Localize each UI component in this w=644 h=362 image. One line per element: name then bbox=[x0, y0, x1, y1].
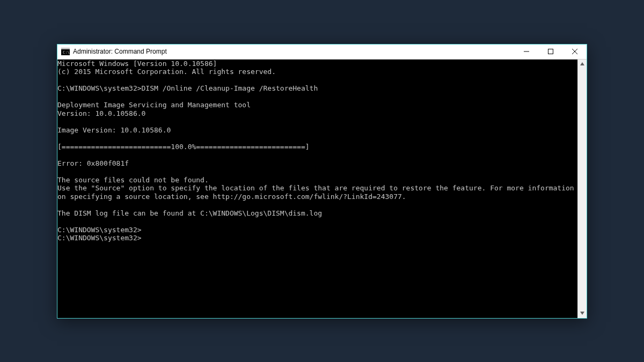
console-line bbox=[57, 117, 577, 126]
console-line: Error: 0x800f081f bbox=[57, 159, 577, 168]
command-prompt-window: C:\ Administrator: Command Prompt Micros… bbox=[57, 44, 587, 319]
console-line: Use the "Source" option to specify the l… bbox=[57, 184, 577, 201]
console-line: The DISM log file can be found at C:\WIN… bbox=[57, 209, 577, 218]
console-line: C:\WINDOWS\system32>DISM /Online /Cleanu… bbox=[57, 84, 577, 93]
vertical-scrollbar[interactable] bbox=[577, 60, 587, 318]
maximize-button[interactable] bbox=[538, 45, 562, 59]
titlebar[interactable]: C:\ Administrator: Command Prompt bbox=[57, 45, 587, 60]
console-line bbox=[57, 151, 577, 159]
svg-rect-1 bbox=[61, 48, 70, 49]
console-line bbox=[57, 201, 577, 209]
console-line: C:\WINDOWS\system32> bbox=[57, 234, 577, 242]
console-line bbox=[57, 217, 577, 226]
console-line bbox=[57, 76, 577, 85]
console-line: Image Version: 10.0.10586.0 bbox=[57, 126, 577, 135]
window-controls bbox=[514, 45, 587, 59]
svg-rect-5 bbox=[548, 49, 553, 54]
scroll-down-button[interactable] bbox=[578, 309, 587, 318]
console-output[interactable]: Microsoft Windows [Version 10.0.10586](c… bbox=[57, 60, 577, 318]
console-line bbox=[57, 93, 577, 101]
cmd-icon: C:\ bbox=[61, 48, 70, 55]
console-line bbox=[57, 167, 577, 176]
console-line: (c) 2015 Microsoft Corporation. All righ… bbox=[57, 68, 577, 76]
minimize-button[interactable] bbox=[514, 45, 538, 59]
console-line: Deployment Image Servicing and Managemen… bbox=[57, 101, 577, 109]
window-title: Administrator: Command Prompt bbox=[73, 48, 167, 55]
console-line: The source files could not be found. bbox=[57, 176, 577, 184]
console-line: [==========================100.0%=======… bbox=[57, 143, 577, 151]
scroll-up-button[interactable] bbox=[578, 60, 587, 69]
console-client-area: Microsoft Windows [Version 10.0.10586](c… bbox=[57, 60, 587, 318]
scrollbar-track[interactable] bbox=[578, 69, 587, 309]
console-line bbox=[57, 134, 577, 143]
console-line: C:\WINDOWS\system32> bbox=[57, 226, 577, 234]
console-line: Version: 10.0.10586.0 bbox=[57, 109, 577, 118]
console-line: Microsoft Windows [Version 10.0.10586] bbox=[57, 60, 577, 68]
svg-text:C:\: C:\ bbox=[63, 50, 70, 55]
close-button[interactable] bbox=[562, 45, 587, 59]
